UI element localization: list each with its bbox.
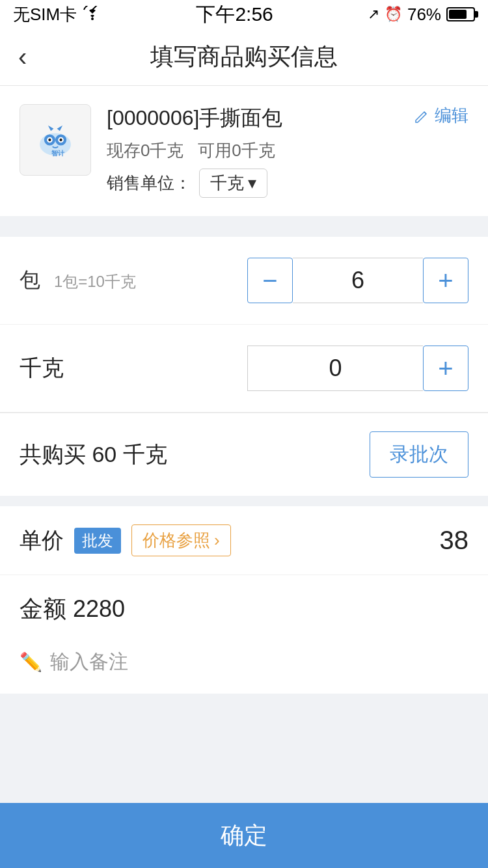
bag-qty-control: − + <box>247 258 468 303</box>
carrier-label: 无SIM卡 <box>13 3 77 26</box>
product-details: [0000006]手撕面包 编辑 现存0千克 可用0千克 销售单位： 千克 ▾ <box>107 104 468 198</box>
product-section: 智计 [0000006]手撕面包 编辑 现存0千克 可用0千克 销售单位： 千克 <box>0 86 488 216</box>
chevron-down-icon: ▾ <box>248 173 256 193</box>
battery-percent: 76% <box>407 5 441 25</box>
status-time: 下午2:56 <box>196 1 273 28</box>
separator-1 <box>0 226 488 237</box>
kg-label: 千克 <box>20 353 64 383</box>
product-unit-row: 销售单位： 千克 ▾ <box>107 169 468 198</box>
status-right: ↗ ⏰ 76% <box>368 5 475 25</box>
qty-section: 包 1包=10千克 − + 千克 + <box>0 237 488 413</box>
product-image: 智计 <box>20 104 91 176</box>
alarm-icon: ⏰ <box>385 6 402 23</box>
product-name: [0000006]手撕面包 <box>107 104 282 133</box>
svg-point-0 <box>91 18 94 20</box>
kg-qty-control: + <box>247 346 468 391</box>
amount-text: 金额 2280 <box>20 593 468 625</box>
price-ref-button[interactable]: 价格参照 › <box>131 524 231 556</box>
bag-hint: 1包=10千克 <box>54 273 136 290</box>
battery-icon <box>446 7 475 21</box>
price-value: 38 <box>440 526 469 555</box>
location-icon: ↗ <box>368 6 379 23</box>
bag-plus-button[interactable]: + <box>423 258 468 303</box>
product-logo: 智计 <box>36 120 75 159</box>
price-section: 单价 批发 价格参照 › 38 <box>0 506 488 575</box>
svg-text:智计: 智计 <box>51 150 65 157</box>
kg-plus-button[interactable]: + <box>423 346 468 391</box>
amount-section: 金额 2280 ✏️ 输入备注 <box>0 575 488 694</box>
status-left: 无SIM卡 <box>13 3 102 26</box>
wifi-icon <box>83 5 102 25</box>
kg-qty-input[interactable] <box>247 346 423 391</box>
nav-bar: ‹ 填写商品购买信息 <box>0 29 488 86</box>
price-label: 单价 <box>20 526 64 556</box>
bag-label-group: 包 1包=10千克 <box>20 266 136 295</box>
bag-minus-button[interactable]: − <box>247 258 293 303</box>
note-row[interactable]: ✏️ 输入备注 <box>20 636 468 694</box>
price-tag: 批发 <box>74 528 121 554</box>
price-ref-arrow: › <box>214 530 220 550</box>
product-header-row: [0000006]手撕面包 编辑 <box>107 104 468 139</box>
note-placeholder: 输入备注 <box>50 649 128 675</box>
product-stock: 现存0千克 可用0千克 <box>107 139 468 162</box>
unit-selector[interactable]: 千克 ▾ <box>199 169 267 198</box>
status-bar: 无SIM卡 下午2:56 ↗ ⏰ 76% <box>0 0 488 29</box>
back-button[interactable]: ‹ <box>18 42 27 72</box>
edit-button[interactable]: 编辑 <box>414 104 468 127</box>
kg-qty-row: 千克 + <box>0 325 488 413</box>
svg-point-7 <box>59 139 62 141</box>
bag-qty-input[interactable] <box>293 258 423 303</box>
total-batch-section: 共购买 60 千克 录批次 <box>0 413 488 496</box>
pencil-icon: ✏️ <box>20 651 42 673</box>
confirm-button[interactable]: 确定 <box>0 803 488 868</box>
total-label: 共购买 60 千克 <box>20 440 167 470</box>
bag-label: 包 <box>20 268 40 292</box>
page-title: 填写商品购买信息 <box>150 41 338 73</box>
bag-qty-row: 包 1包=10千克 − + <box>0 237 488 325</box>
batch-button[interactable]: 录批次 <box>370 431 468 478</box>
separator-2 <box>0 496 488 506</box>
svg-point-6 <box>48 139 51 141</box>
